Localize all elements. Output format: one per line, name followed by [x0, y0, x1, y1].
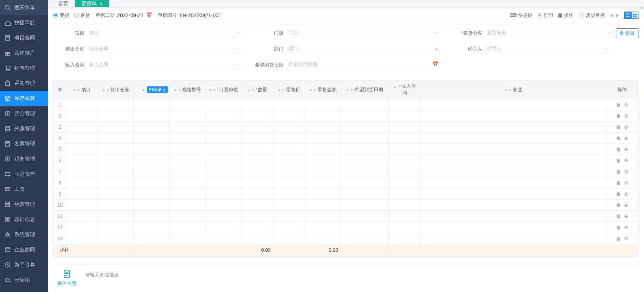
cell[interactable]	[206, 222, 241, 233]
table-row[interactable]: 4🗑⊕	[54, 133, 638, 144]
sidebar-item-3[interactable]: 营销推广	[0, 45, 48, 61]
cell[interactable]	[206, 144, 241, 155]
cell[interactable]	[98, 133, 134, 144]
cell[interactable]	[341, 211, 389, 222]
handler-input[interactable]: 经手人⋯	[486, 44, 610, 54]
cell[interactable]	[305, 233, 341, 244]
add-icon[interactable]: ⊕	[624, 113, 628, 119]
cell[interactable]	[389, 188, 421, 200]
cell[interactable]	[305, 211, 341, 222]
cell[interactable]	[273, 166, 305, 177]
table-row[interactable]: 3🗑⊕	[54, 122, 638, 133]
cell[interactable]	[170, 110, 206, 122]
cell[interactable]	[341, 166, 389, 177]
cell[interactable]	[206, 188, 241, 200]
cell[interactable]	[273, 188, 305, 200]
cell[interactable]	[389, 144, 421, 155]
cell[interactable]	[305, 222, 341, 233]
cell[interactable]	[273, 110, 305, 122]
cell[interactable]	[98, 155, 134, 166]
cell[interactable]	[66, 200, 98, 211]
cell[interactable]	[241, 222, 273, 233]
nav-next-icon[interactable]: ▶	[616, 12, 619, 18]
cell[interactable]	[170, 200, 206, 211]
col-amount[interactable]: ▲▼零售金额	[305, 80, 341, 99]
col-qty[interactable]: ▲▼*数量	[241, 80, 273, 99]
cell[interactable]	[241, 144, 273, 155]
cell[interactable]	[66, 188, 98, 200]
cell[interactable]	[273, 177, 305, 188]
cell[interactable]	[421, 144, 606, 155]
cell[interactable]	[305, 177, 341, 188]
cell[interactable]	[341, 188, 389, 200]
cell[interactable]	[421, 133, 606, 144]
dept-input[interactable]: 部门⌄	[288, 44, 440, 54]
cell[interactable]	[341, 222, 389, 233]
cell[interactable]	[305, 155, 341, 166]
cell[interactable]	[206, 133, 241, 144]
add-icon[interactable]: ⊕	[624, 147, 628, 152]
cell[interactable]	[134, 200, 170, 211]
project-input[interactable]: 项目⋯	[88, 28, 241, 38]
cell[interactable]	[206, 155, 241, 166]
tab-1[interactable]: 要货单✕	[75, 0, 109, 7]
cell[interactable]	[66, 144, 98, 155]
cell[interactable]	[389, 166, 421, 177]
cell[interactable]	[241, 99, 273, 110]
cell[interactable]	[389, 222, 421, 233]
cell[interactable]	[134, 144, 170, 155]
cell[interactable]	[134, 110, 170, 122]
notes-input[interactable]	[82, 269, 634, 281]
cell[interactable]	[305, 99, 341, 110]
view-grid-button[interactable]: ▤	[631, 12, 638, 19]
cell[interactable]	[134, 155, 170, 166]
cell[interactable]	[134, 122, 170, 133]
nav-prev-icon[interactable]: ◀	[610, 12, 613, 18]
cell[interactable]	[241, 166, 273, 177]
cell[interactable]	[305, 188, 341, 200]
cell[interactable]	[421, 122, 606, 133]
delete-icon[interactable]: 🗑	[616, 202, 621, 208]
add-icon[interactable]: ⊕	[624, 225, 628, 230]
cell[interactable]	[241, 177, 273, 188]
cell[interactable]	[98, 110, 134, 122]
col-out-wh[interactable]: ▲▼待出仓库	[98, 80, 134, 99]
table-row[interactable]: 11🗑⊕	[54, 211, 638, 222]
cell[interactable]	[134, 99, 170, 110]
delete-icon[interactable]: 🗑	[616, 124, 621, 130]
add-icon[interactable]: ⊕	[624, 214, 628, 219]
add-icon[interactable]: ⊕	[624, 158, 628, 163]
cell[interactable]	[341, 233, 389, 244]
cell[interactable]	[134, 133, 170, 144]
cell[interactable]	[66, 211, 98, 222]
operate-button[interactable]: ▦ 操作	[558, 12, 574, 19]
table-row[interactable]: 6🗑⊕	[54, 155, 638, 166]
cell[interactable]	[421, 99, 606, 110]
cell[interactable]	[170, 166, 206, 177]
table-row[interactable]: 12🗑⊕	[54, 222, 638, 233]
cell[interactable]	[341, 200, 389, 211]
sidebar-item-17[interactable]: 新手引导	[0, 257, 48, 272]
table-row[interactable]: 1🗑⊕	[54, 99, 638, 110]
cell[interactable]	[389, 233, 421, 244]
cell[interactable]	[170, 177, 206, 188]
cell[interactable]	[305, 133, 341, 144]
more-icon[interactable]: ⋯	[604, 45, 609, 51]
cell[interactable]	[273, 211, 305, 222]
cell[interactable]	[273, 144, 305, 155]
cell[interactable]	[421, 211, 606, 222]
delete-icon[interactable]: 🗑	[616, 236, 621, 241]
wish-date-input[interactable]: 希望到货日期📅	[288, 60, 440, 70]
radio-return[interactable]: 退货	[74, 12, 90, 19]
print-button[interactable]: 🖨 打印	[537, 12, 553, 19]
delete-icon[interactable]: 🗑	[616, 113, 621, 119]
cell[interactable]	[98, 222, 134, 233]
cell[interactable]	[206, 233, 241, 244]
sidebar-item-7[interactable]: 资金管理	[0, 106, 48, 121]
cell[interactable]	[66, 99, 98, 110]
delete-icon[interactable]: 🗑	[616, 135, 621, 141]
add-icon[interactable]: ⊕	[624, 191, 628, 197]
cell[interactable]	[66, 222, 98, 233]
cell[interactable]	[341, 122, 389, 133]
cell[interactable]	[134, 188, 170, 200]
